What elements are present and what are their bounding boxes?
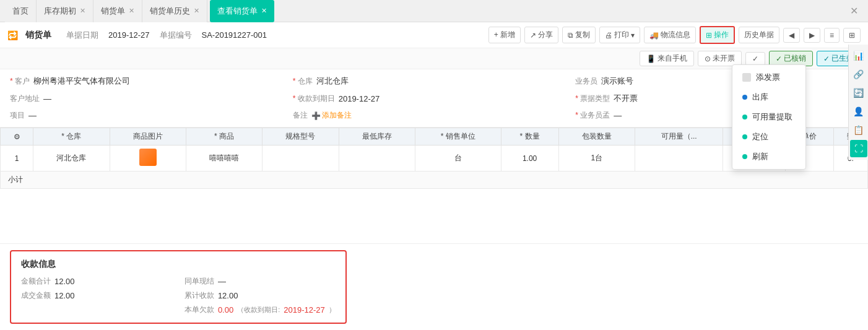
share-label: 分享 (538, 30, 553, 40)
panel-icon-4[interactable]: 👤 (850, 103, 867, 120)
col-gear[interactable]: ⚙ (1, 128, 33, 145)
deal-amount-value: 12.00 (54, 291, 75, 300)
operate-button[interactable]: ⊞ 操作 (700, 26, 735, 44)
row-warehouse: 河北仓库 (33, 145, 110, 172)
doc-title: 销货单 (25, 30, 51, 41)
form-row-2: 客户地址 — * 收款到期日 2019-12-27 * 票据类型 不开票 (10, 93, 858, 104)
dropdown-add-invoice[interactable]: 添发票 (732, 67, 805, 87)
tab-bar: 首页 库存期初 ✕ 销货单 ✕ 销货单历史 ✕ 查看销货单 ✕ ✕ (0, 0, 868, 22)
date-label: 单据日期 (66, 30, 98, 41)
salesperson-field: * 业务员孟 — (575, 110, 858, 121)
project-value: — (28, 111, 37, 120)
add-invoice-label: 添发票 (756, 72, 780, 83)
tab-home[interactable]: 首页 (5, 0, 37, 22)
panel-icon-6[interactable]: ⛶ (850, 140, 867, 157)
same-order-value: — (218, 277, 226, 286)
global-close-button[interactable]: ✕ (845, 5, 863, 17)
col-qty: * 数量 (501, 128, 558, 145)
tab-sales-order-close[interactable]: ✕ (129, 7, 134, 15)
tab-sales-order[interactable]: 销货单 ✕ (93, 0, 142, 22)
invoice-field: * 票据类型 不开票 (575, 93, 858, 104)
outbound-icon (742, 95, 747, 100)
view-grid-button[interactable]: ⊞ (843, 28, 861, 43)
logistics-icon: 🚚 (649, 31, 659, 40)
row-img (110, 145, 186, 172)
row-available (635, 145, 723, 172)
add-invoice-icon (742, 73, 751, 82)
col-product: * 商品 (186, 128, 262, 145)
dropdown-outbound[interactable]: 出库 (732, 87, 805, 107)
invoice-label: * 票据类型 (575, 93, 610, 104)
row-pack-qty: 1台 (558, 145, 635, 172)
row-unit: 台 (415, 145, 501, 172)
checked-icon: ✓ (752, 54, 758, 63)
project-label: 项目 (10, 110, 25, 121)
subtotal-label: 小计 (1, 172, 868, 189)
note-label: 备注 (293, 110, 308, 121)
new-button[interactable]: + 新增 (488, 27, 521, 43)
logistics-label: 物流信息 (661, 30, 690, 40)
available-pickup-icon (742, 115, 747, 119)
tab-inventory-init-close[interactable]: ✕ (80, 7, 85, 15)
checked-button[interactable]: ✓ (745, 52, 765, 66)
tab-view-sales-label: 查看销货单 (217, 6, 258, 17)
address-label: 客户地址 (10, 93, 40, 104)
row-no: 1 (1, 145, 33, 172)
note-placeholder: 添加备注 (322, 110, 352, 121)
col-spec: 规格型号 (263, 128, 339, 145)
dropdown-locate[interactable]: 定位 (732, 127, 805, 147)
dropdown-menu: 添发票 出库 可用量提取 定位 刷新 (732, 64, 806, 170)
tab-view-sales[interactable]: 查看销货单 ✕ (210, 0, 274, 22)
print-button[interactable]: 🖨 打印 ▾ (599, 27, 640, 43)
col-unit: * 销售单位 (415, 128, 501, 145)
customer-label: * 客户 (10, 76, 30, 87)
panel-icon-3[interactable]: 🔄 (850, 84, 867, 102)
add-note-btn[interactable]: ➕ 添加备注 (311, 110, 352, 121)
not-opened-label: 未开票 (713, 53, 735, 64)
same-order-row: 同单现结 — (184, 276, 336, 287)
tab-sales-history-close[interactable]: ✕ (194, 7, 199, 15)
panel-icon-5[interactable]: 📋 (850, 121, 867, 139)
outbound-label: 出库 (752, 92, 768, 103)
dropdown-refresh[interactable]: 刷新 (732, 147, 805, 167)
tab-home-label: 首页 (12, 6, 28, 17)
print-icon: 🖨 (605, 31, 612, 40)
nav-prev-button[interactable]: ◀ (783, 28, 800, 43)
row-qty: 1.00 (501, 145, 558, 172)
share-icon: ↗ (530, 31, 536, 40)
available-pickup-label: 可用量提取 (752, 111, 792, 123)
history-button[interactable]: 历史单据 (739, 27, 779, 43)
due-note: （收款到期日: (237, 305, 280, 315)
due-label: 本单欠款 (184, 305, 214, 315)
cumulative-value: 12.00 (218, 291, 238, 300)
copy-button[interactable]: ⧉ 复制 (562, 27, 596, 43)
view-list-button[interactable]: ≡ (824, 28, 840, 43)
not-opened-icon: ⊙ (705, 54, 711, 63)
tab-view-sales-close[interactable]: ✕ (261, 7, 267, 15)
panel-icon-2[interactable]: 🔗 (850, 66, 867, 83)
voided-icon: ✓ (776, 54, 782, 63)
tab-inventory-init[interactable]: 库存期初 ✕ (37, 0, 93, 22)
customer-value: 柳州粤港平安气体有限公司 (33, 76, 130, 87)
tab-sales-history[interactable]: 销货单历史 ✕ (142, 0, 207, 22)
due-date-label: * 收款到期日 (293, 93, 335, 104)
invoice-value: 不开票 (614, 93, 638, 104)
total-amount-label: 金额合计 (21, 276, 51, 287)
customer-field: * 客户 柳州粤港平安气体有限公司 (10, 76, 293, 87)
panel-icon-1[interactable]: 📊 (850, 47, 867, 64)
bottom-section: 收款信息 金额合计 12.00 同单现结 — 成交金额 12.00 累计收款 1… (0, 243, 868, 330)
from-phone-button[interactable]: 📱 来自手机 (640, 51, 694, 66)
dropdown-available-pickup[interactable]: 可用量提取 (732, 107, 805, 127)
header-toolbar: 🔁 销货单 单据日期 2019-12-27 单据编号 SA-20191227-0… (0, 22, 868, 48)
share-button[interactable]: ↗ 分享 (524, 27, 558, 43)
nav-next-button[interactable]: ▶ (804, 28, 820, 43)
salesperson-label: * 业务员孟 (575, 110, 610, 121)
no-value: SA-20191227-001 (202, 30, 267, 40)
right-panel: 📊 🔗 🔄 👤 📋 ⛶ (848, 45, 868, 160)
deal-amount-row: 成交金额 12.00 (21, 290, 172, 301)
payment-title: 收款信息 (21, 259, 336, 270)
warehouse-value: 河北仓库 (316, 76, 349, 87)
logistics-button[interactable]: 🚚 物流信息 (644, 27, 696, 43)
project-field: 项目 — (10, 110, 293, 121)
no-label: 单据编号 (160, 30, 192, 41)
